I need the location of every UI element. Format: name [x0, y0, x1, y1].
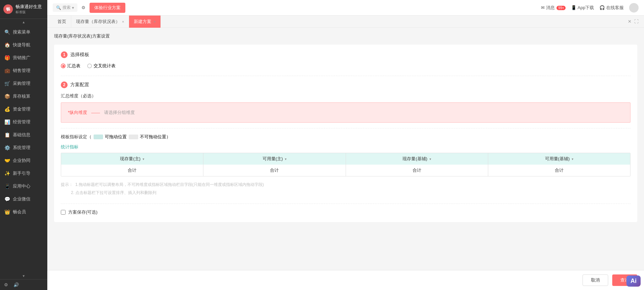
radio-cross-label: 交叉统计表	[94, 63, 116, 69]
sidebar-item-quick-nav[interactable]: 🏠 快捷导航	[0, 39, 47, 51]
members-icon: 👑	[4, 209, 10, 215]
headset-icon: 🎧	[599, 5, 605, 10]
tab-new-label: 新建方案	[134, 19, 151, 25]
logo-icon: 畅	[3, 4, 13, 14]
non-draggable-label: 不可拖动位置）	[140, 134, 171, 140]
stats-table-header: 现存量(主) ▾ 可用量(主) ▾ 现存量(基辅) ▾ 可用量(基辅)	[61, 153, 630, 165]
tab-new-close[interactable]: ×	[153, 20, 155, 24]
search-dropdown-icon[interactable]: ▾	[72, 5, 74, 10]
sidebar-item-operations[interactable]: 📊 经营管理	[0, 116, 47, 128]
section2-header: 2 方案配置	[61, 81, 630, 88]
sidebar-item-finance[interactable]: 💰 资金管理	[0, 103, 47, 116]
non-draggable-legend: 不可拖动位置）	[129, 134, 171, 140]
basic-info-icon: 📋	[4, 132, 10, 138]
sidebar-item-sales[interactable]: 💼 销售管理	[0, 64, 47, 77]
wechat-icon: 💬	[4, 196, 10, 202]
radio-summary-label: 汇总表	[67, 63, 80, 69]
main-area: 🔍 搜索 ▾ ⚙ 体验行业方案 ✉ 消息 99+ 📱 App下载 🎧 在线客服	[47, 0, 644, 290]
sidebar-item-purchase[interactable]: 🛒 采购管理	[0, 77, 47, 90]
window-close-btn[interactable]: ✕	[628, 19, 631, 24]
section2-num: 2	[61, 81, 68, 88]
search-box[interactable]: 🔍 搜索 ▾	[53, 3, 77, 12]
tab-new-plan[interactable]: 新建方案 ×	[129, 16, 160, 28]
col1-chevron[interactable]: ▾	[143, 157, 144, 161]
section1-title: 选择模板	[70, 52, 89, 58]
trial-btn[interactable]: 体验行业方案	[90, 3, 125, 13]
sidebar-scroll-up[interactable]: ▲	[0, 19, 47, 26]
inventory-icon: 📦	[4, 93, 10, 99]
tab-inventory-close[interactable]: ×	[122, 20, 124, 24]
section-template: 1 选择模板 汇总表 交叉统计表	[61, 51, 630, 69]
radio-cross[interactable]: 交叉统计表	[87, 63, 116, 69]
non-draggable-box	[129, 135, 138, 139]
sidebar-item-cooperation[interactable]: 🤝 企业协同	[0, 154, 47, 167]
tips-item-2: 2. 点击标题栏下拉可设置排序、插入列和删除列	[61, 189, 630, 197]
sidebar-item-new-guide[interactable]: ✨ 新手引导	[0, 167, 47, 180]
section1-num: 1	[61, 51, 68, 58]
stats-table: 现存量(主) ▾ 可用量(主) ▾ 现存量(基辅) ▾ 可用量(基辅)	[61, 153, 630, 176]
tips-section: 提示： 1.拖动标题栏可以调整布局，不可跨维度或指标区域拖动栏目字段(只能在同一…	[61, 180, 630, 197]
online-service-entry[interactable]: 🎧 在线客服	[599, 5, 624, 11]
dimension-divider: ——	[91, 110, 100, 115]
sidebar-item-search-menu[interactable]: 🔍 搜索菜单	[0, 26, 47, 39]
radio-cross-circle	[87, 64, 92, 68]
cell-1: 合计	[61, 165, 203, 176]
cell-2: 合计	[203, 165, 346, 176]
maximize-btn[interactable]: ⛶	[634, 19, 639, 24]
save-checkbox[interactable]	[61, 210, 66, 215]
sidebar-item-basic-info[interactable]: 📋 基础信息	[0, 128, 47, 141]
sales-icon: 💼	[4, 68, 10, 74]
sidebar: 畅 畅康通好生意 标准版 ▲ 🔍 搜索菜单 🏠 快捷导航 🎁 营销推广 💼 销售…	[0, 0, 47, 290]
config-panel: 1 选择模板 汇总表 交叉统计表	[54, 45, 637, 222]
cooperation-icon: 🤝	[4, 158, 10, 164]
cancel-button[interactable]: 取消	[583, 274, 608, 286]
section1-header: 1 选择模板	[61, 51, 630, 58]
system-icon: ⚙️	[4, 145, 10, 151]
settings-bottom-icon[interactable]: ⚙	[4, 282, 8, 287]
tab-home[interactable]: 首页	[53, 16, 71, 28]
settings-icon-topbar[interactable]: ⚙	[81, 5, 85, 10]
col-header-3[interactable]: 现存量(基辅) ▾	[346, 153, 488, 165]
col-header-1[interactable]: 现存量(主) ▾	[61, 153, 203, 165]
cell-4: 合计	[488, 165, 630, 176]
stats-section-label: 统计指标	[61, 144, 630, 150]
tabs-bar: 首页 现存量（库存状况表） × 新建方案 × ✕ ⛶	[47, 16, 644, 28]
search-icon: 🔍	[4, 29, 10, 35]
tabs-controls: ✕ ⛶	[628, 19, 639, 24]
radio-summary-dot	[62, 65, 65, 67]
sidebar-item-system[interactable]: ⚙️ 系统管理	[0, 141, 47, 154]
sidebar-item-inventory[interactable]: 📦 库存核算	[0, 90, 47, 103]
col-header-4[interactable]: 可用量(基辅) ▾	[488, 153, 630, 165]
col3-chevron[interactable]: ▾	[429, 157, 431, 161]
save-divider	[61, 203, 630, 204]
content-area: 现存量(库存状况表)方案设置 1 选择模板 汇总表	[47, 28, 644, 270]
message-entry[interactable]: ✉ 消息 99+	[541, 5, 566, 11]
radio-summary[interactable]: 汇总表	[61, 63, 80, 69]
app-download-entry[interactable]: 📱 App下载	[571, 5, 594, 11]
section-divider-1	[61, 76, 630, 76]
speaker-icon[interactable]: 🔊	[14, 282, 19, 287]
sidebar-item-wechat[interactable]: 💬 企业微信	[0, 193, 47, 206]
sidebar-item-members[interactable]: 👑 畅会员	[0, 206, 47, 218]
cell-3: 合计	[346, 165, 488, 176]
user-avatar[interactable]	[629, 3, 639, 13]
page-title: 现存量(库存状况表)方案设置	[54, 33, 637, 39]
col4-chevron[interactable]: ▾	[572, 157, 573, 161]
sidebar-item-app-center[interactable]: 📱 应用中心	[0, 180, 47, 193]
sidebar-item-marketing[interactable]: 🎁 营销推广	[0, 51, 47, 64]
tab-inventory-status[interactable]: 现存量（库存状况表） ×	[71, 16, 129, 28]
sidebar-scroll-down[interactable]: ▼	[0, 272, 47, 279]
dimension-required-label: *纵向维度	[68, 110, 87, 116]
section-config: 2 方案配置 汇总维度（必选） *纵向维度 —— 请选择分组维度 模板指标设定（	[61, 81, 630, 197]
sidebar-logo: 畅 畅康通好生意 标准版	[0, 0, 47, 19]
sidebar-bottom: ⚙ 🔊	[0, 279, 47, 290]
topbar: 🔍 搜索 ▾ ⚙ 体验行业方案 ✉ 消息 99+ 📱 App下载 🎧 在线客服	[47, 0, 644, 16]
col2-chevron[interactable]: ▾	[285, 157, 287, 161]
topbar-right: ✉ 消息 99+ 📱 App下载 🎧 在线客服	[541, 3, 639, 13]
tips-item-1: 提示： 1.拖动标题栏可以调整布局，不可跨维度或指标区域拖动栏目字段(只能在同一…	[61, 180, 630, 189]
ai-badge[interactable]: Ai	[626, 275, 641, 287]
col-header-2[interactable]: 可用量(主) ▾	[203, 153, 346, 165]
dimension-box[interactable]: *纵向维度 —— 请选择分组维度	[61, 102, 630, 123]
home-icon: 🏠	[4, 42, 10, 48]
stats-table-body: 合计 合计 合计 合计	[61, 165, 630, 176]
